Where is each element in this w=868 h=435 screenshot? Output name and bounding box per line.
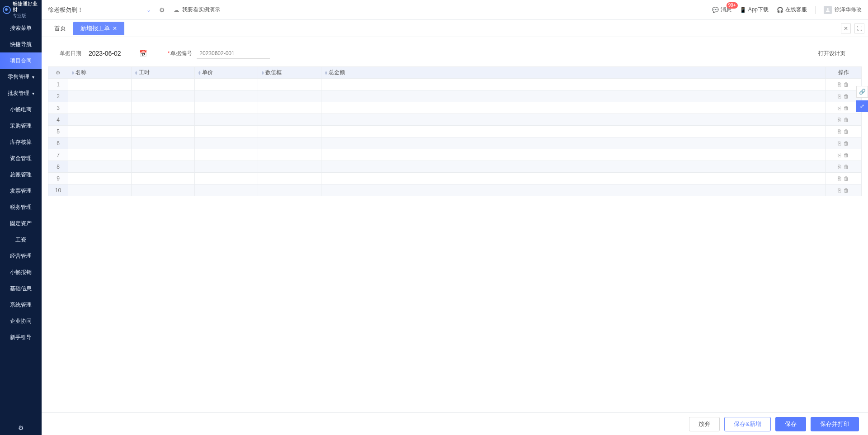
cell[interactable] <box>195 126 258 137</box>
demo-link[interactable]: ☁ 我要看实例演示 <box>173 6 220 14</box>
cell[interactable] <box>321 79 826 90</box>
sidebar-item-2[interactable]: 项目合同 <box>0 52 42 69</box>
delete-row-icon[interactable]: 🗑 <box>844 117 849 123</box>
cell[interactable] <box>195 184 258 196</box>
sidebar-item-3[interactable]: 零售管理▾ <box>0 69 42 85</box>
copy-row-icon[interactable]: ⎘ <box>838 93 841 99</box>
date-input[interactable]: 2023-06-02 📅 <box>86 48 150 59</box>
tab-1[interactable]: 新增报工单✕ <box>73 22 124 35</box>
col-numbox-header[interactable]: ▴▾数值框 <box>258 67 321 79</box>
messages-action[interactable]: 💬 消息 99+ <box>712 6 731 14</box>
cell[interactable] <box>258 102 321 114</box>
sidebar-item-5[interactable]: 小畅电商 <box>0 101 42 118</box>
cell[interactable] <box>195 137 258 149</box>
discard-button[interactable]: 放弃 <box>689 417 720 431</box>
sort-icon[interactable]: ▴▾ <box>325 71 327 75</box>
sidebar-item-14[interactable]: 经营管理 <box>0 248 42 264</box>
cell[interactable] <box>258 79 321 90</box>
cell[interactable] <box>321 161 826 173</box>
sidebar-item-0[interactable]: 搜索菜单 <box>0 20 42 36</box>
cell[interactable] <box>258 137 321 149</box>
cell[interactable] <box>321 90 826 102</box>
cell[interactable] <box>68 102 132 114</box>
cell[interactable] <box>258 149 321 161</box>
delete-row-icon[interactable]: 🗑 <box>844 175 849 182</box>
sort-icon[interactable]: ▴▾ <box>72 71 74 75</box>
cell[interactable] <box>195 149 258 161</box>
company-select[interactable]: 徐老板勿删！ <box>48 6 138 14</box>
col-name-header[interactable]: ▴▾名称 <box>68 67 132 79</box>
cell[interactable] <box>132 126 195 137</box>
cell[interactable] <box>132 184 195 196</box>
save-print-button[interactable]: 保存并打印 <box>811 417 859 431</box>
sidebar-item-8[interactable]: 资金管理 <box>0 150 42 166</box>
cell[interactable] <box>132 161 195 173</box>
cell[interactable] <box>195 173 258 184</box>
sidebar-item-11[interactable]: 税务管理 <box>0 199 42 215</box>
copy-row-icon[interactable]: ⎘ <box>838 81 841 88</box>
app-download-action[interactable]: 📱 App下载 <box>740 6 769 14</box>
cell[interactable] <box>132 102 195 114</box>
col-price-header[interactable]: ▴▾单价 <box>195 67 258 79</box>
cell[interactable] <box>68 137 132 149</box>
delete-row-icon[interactable]: 🗑 <box>844 81 849 88</box>
expand-button[interactable]: ⤢ <box>856 100 868 112</box>
sidebar-item-17[interactable]: 系统管理 <box>0 297 42 313</box>
cell[interactable] <box>132 173 195 184</box>
user-menu[interactable]: 徐泽华修改 <box>824 6 862 14</box>
company-settings-icon[interactable]: ⚙ <box>159 6 165 14</box>
cell[interactable] <box>321 102 826 114</box>
sidebar-item-13[interactable]: 工资 <box>0 232 42 248</box>
close-all-tabs-button[interactable]: ✕ <box>841 24 851 33</box>
copy-row-icon[interactable]: ⎘ <box>838 105 841 111</box>
col-total-header[interactable]: ▴▾总金额 <box>321 67 826 79</box>
close-icon[interactable]: ✕ <box>113 25 117 32</box>
copy-row-icon[interactable]: ⎘ <box>838 152 841 158</box>
sort-icon[interactable]: ▴▾ <box>198 71 201 75</box>
delete-row-icon[interactable]: 🗑 <box>844 140 849 147</box>
save-new-button[interactable]: 保存&新增 <box>724 417 771 431</box>
copy-row-icon[interactable]: ⎘ <box>838 164 841 170</box>
service-action[interactable]: 🎧 在线客服 <box>777 6 807 14</box>
cell[interactable] <box>321 114 826 126</box>
cell[interactable] <box>195 114 258 126</box>
sidebar-item-6[interactable]: 采购管理 <box>0 118 42 134</box>
cell[interactable] <box>321 173 826 184</box>
cell[interactable] <box>258 126 321 137</box>
cell[interactable] <box>321 126 826 137</box>
sidebar-item-10[interactable]: 发票管理 <box>0 183 42 199</box>
settings-icon[interactable]: ⚙ <box>18 424 24 431</box>
cell[interactable] <box>68 90 132 102</box>
delete-row-icon[interactable]: 🗑 <box>844 93 849 99</box>
sidebar-item-16[interactable]: 基础信息 <box>0 280 42 297</box>
delete-row-icon[interactable]: 🗑 <box>844 128 849 135</box>
save-button[interactable]: 保存 <box>775 417 806 431</box>
cell[interactable] <box>195 90 258 102</box>
cell[interactable] <box>258 161 321 173</box>
cell[interactable] <box>68 79 132 90</box>
cell[interactable] <box>132 90 195 102</box>
cell[interactable] <box>68 184 132 196</box>
delete-row-icon[interactable]: 🗑 <box>844 105 849 111</box>
cell[interactable] <box>132 79 195 90</box>
cell[interactable] <box>195 79 258 90</box>
copy-row-icon[interactable]: ⎘ <box>838 117 841 123</box>
cell[interactable] <box>132 149 195 161</box>
col-hours-header[interactable]: ▴▾工时 <box>132 67 195 79</box>
copy-row-icon[interactable]: ⎘ <box>838 187 841 194</box>
cell[interactable] <box>258 184 321 196</box>
delete-row-icon[interactable]: 🗑 <box>844 187 849 194</box>
delete-row-icon[interactable]: 🗑 <box>844 152 849 158</box>
cell[interactable] <box>258 114 321 126</box>
sidebar-item-12[interactable]: 固定资产 <box>0 215 42 232</box>
cell[interactable] <box>132 137 195 149</box>
sort-icon[interactable]: ▴▾ <box>262 71 264 75</box>
cell[interactable] <box>68 173 132 184</box>
chevron-down-icon[interactable]: ⌄ <box>146 7 151 13</box>
delete-row-icon[interactable]: 🗑 <box>844 164 849 170</box>
copy-row-icon[interactable]: ⎘ <box>838 140 841 147</box>
sidebar-item-7[interactable]: 库存核算 <box>0 134 42 150</box>
cell[interactable] <box>132 114 195 126</box>
sort-icon[interactable]: ▴▾ <box>135 71 137 75</box>
cell[interactable] <box>68 114 132 126</box>
